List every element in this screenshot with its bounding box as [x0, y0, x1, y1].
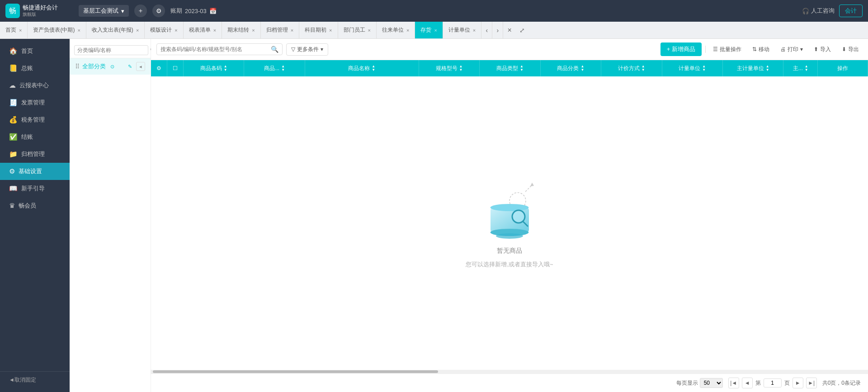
tab-tax-list[interactable]: 税表清单 ×	[184, 22, 222, 39]
sidebar-item-archive[interactable]: 📁 归档管理	[0, 146, 70, 163]
sidebar-item-home[interactable]: 🏠 首页	[0, 43, 70, 60]
pagination: |◄ ◄ 第 页 ► ►|	[728, 378, 817, 388]
product-search-input[interactable]	[160, 46, 269, 52]
tab-close-icon[interactable]: ×	[175, 28, 177, 33]
th-price-mode[interactable]: 计价方式 ▲▼	[601, 60, 662, 76]
sidebar-item-cloud-report[interactable]: ☁ 云报表中心	[0, 77, 70, 94]
tab-dept-staff[interactable]: 部门员工 ×	[338, 22, 377, 39]
tab-next-button[interactable]: ›	[492, 22, 503, 39]
tab-inventory[interactable]: 存货 ×	[415, 22, 443, 39]
search-icon[interactable]: 🔍	[271, 46, 278, 53]
sidebar-label: 基础设置	[19, 167, 42, 175]
sidebar-item-ledger[interactable]: 📒 总账	[0, 60, 70, 77]
move-button[interactable]: ⇅ 移动	[749, 44, 773, 55]
tab-subject-init[interactable]: 科目期初 ×	[299, 22, 338, 39]
tab-close-all-button[interactable]: ×	[503, 22, 516, 39]
service-button[interactable]: 🎧 人工咨询	[802, 7, 835, 15]
th-product-type[interactable]: 商品类型 ▲▼	[480, 60, 540, 76]
sidebar-item-guide[interactable]: 📖 新手引导	[0, 180, 70, 197]
category-edit-button[interactable]: ✎	[125, 62, 134, 71]
horizontal-scrollbar[interactable]	[151, 370, 868, 373]
tab-prev-button[interactable]: ‹	[481, 22, 492, 39]
tab-close-icon[interactable]: ×	[434, 28, 437, 33]
print-button[interactable]: 🖨 打印 ▾	[777, 44, 807, 55]
header-right: 🎧 人工咨询 会计	[802, 5, 863, 17]
tab-expand-button[interactable]: ⤢	[516, 22, 528, 39]
sidebar-item-basic-settings[interactable]: ⚙ 基础设置	[0, 163, 70, 180]
th-code[interactable]: 商品... ▲▼	[244, 60, 305, 76]
empty-title: 暂无商品	[497, 247, 522, 255]
sidebar-label: 税务管理	[21, 116, 45, 124]
th-operations: 操作	[818, 60, 868, 76]
ledger-icon: 📒	[9, 64, 18, 72]
sort-arrows-icon: ▲▼	[372, 65, 375, 72]
plus-icon[interactable]: ＋	[134, 5, 147, 17]
tab-template-design[interactable]: 模版设计 ×	[145, 22, 183, 39]
first-page-button[interactable]: |◄	[728, 378, 739, 388]
tab-close-icon[interactable]: ×	[136, 28, 139, 33]
category-search-input[interactable]	[74, 45, 148, 55]
th-main-unit[interactable]: 主计量单位 ▲▼	[723, 60, 783, 76]
tab-unit[interactable]: 计量单位 ×	[443, 22, 481, 39]
tab-close-icon[interactable]: ×	[19, 28, 22, 33]
calendar-icon[interactable]: 📅	[209, 8, 217, 14]
sort-arrows-icon: ▲▼	[642, 65, 645, 72]
batch-operation-button[interactable]: ☰ 批量操作	[709, 44, 745, 55]
category-label: 全部分类	[82, 62, 106, 71]
th-product-category[interactable]: 商品分类 ▲▼	[541, 60, 601, 76]
tab-archive[interactable]: 归档管理 ×	[261, 22, 299, 39]
page-label-suffix: 页	[784, 379, 790, 387]
tab-close-icon[interactable]: ×	[473, 28, 476, 33]
settings-icon[interactable]: ⚙	[152, 5, 165, 17]
sidebar-label: 归档管理	[21, 150, 45, 158]
table-area: ⚙ ☐ 商品条码 ▲▼ 商品... ▲▼ 商品名称 ▲▼	[151, 60, 868, 373]
chevron-down-icon: ▾	[321, 46, 323, 52]
th-unit[interactable]: 计量单位 ▲▼	[662, 60, 723, 76]
tab-close-icon[interactable]: ×	[406, 28, 409, 33]
th-gear[interactable]: ⚙	[151, 60, 167, 76]
invoice-icon: 🧾	[9, 99, 18, 107]
filter-button[interactable]: ▽ 更多条件 ▾	[286, 43, 328, 56]
th-name[interactable]: 商品名称 ▲▼	[305, 60, 419, 76]
per-page-select[interactable]: 20 50 100 200	[700, 378, 723, 388]
top-header: 畅 畅捷通好会计 旗舰版 基层工会测试 ▾ ＋ ⚙ 账期 2023-03 📅 🎧…	[0, 0, 868, 22]
tab-home[interactable]: 首页 ×	[0, 22, 28, 39]
tab-close-icon[interactable]: ×	[252, 28, 255, 33]
filter-label: 更多条件	[297, 46, 319, 53]
tab-period-carry[interactable]: 期末结转 ×	[222, 22, 260, 39]
export-button[interactable]: ⬇ 导出	[838, 44, 863, 55]
tab-close-icon[interactable]: ×	[368, 28, 371, 33]
th-barcode[interactable]: 商品条码 ▲▼	[184, 60, 244, 76]
page-size-selector: 每页显示 20 50 100 200	[676, 378, 723, 388]
table-section: 🔍 ▽ 更多条件 ▾ + 新增商品 ☰ 批量操作	[151, 39, 868, 392]
th-extra[interactable]: 主... ▲▼	[783, 60, 818, 76]
category-collapse-button[interactable]: ◂	[136, 62, 145, 71]
th-checkbox[interactable]: ☐	[167, 60, 184, 76]
filter-icon: ▽	[291, 46, 295, 52]
add-product-button[interactable]: + 新增商品	[660, 43, 702, 56]
tab-close-icon[interactable]: ×	[329, 28, 332, 33]
category-all[interactable]: ⠿ 全部分类 ⊙ ✎ ◂	[70, 58, 151, 75]
sidebar-item-settle[interactable]: ✅ 结账	[0, 128, 70, 146]
scrollbar-thumb[interactable]	[153, 370, 438, 373]
tab-income-statement[interactable]: 收入支出表(年报) ×	[86, 22, 145, 39]
sidebar-item-member[interactable]: ♛ 畅会员	[0, 197, 70, 214]
tab-close-icon[interactable]: ×	[77, 28, 80, 33]
tab-close-icon[interactable]: ×	[291, 28, 293, 33]
accounting-button[interactable]: 会计	[839, 5, 863, 17]
sidebar-pin-button[interactable]: ◄取消固定	[0, 371, 70, 388]
th-spec[interactable]: 规格型号 ▲▼	[419, 60, 480, 76]
export-icon: ⬇	[842, 46, 846, 52]
page-number-input[interactable]	[764, 378, 782, 387]
last-page-button[interactable]: ►|	[806, 378, 817, 388]
sidebar-item-tax[interactable]: 💰 税务管理	[0, 111, 70, 128]
company-selector[interactable]: 基层工会测试 ▾	[79, 5, 129, 17]
tab-balance-sheet[interactable]: 资产负债表(中期) ×	[28, 22, 86, 39]
tab-close-icon[interactable]: ×	[213, 28, 216, 33]
import-button[interactable]: ⬆ 导入	[810, 44, 835, 55]
empty-state: 暂无商品 您可以选择新增,或者直接导入哦~	[151, 76, 868, 370]
prev-page-button[interactable]: ◄	[742, 378, 753, 388]
sidebar-item-invoice[interactable]: 🧾 发票管理	[0, 94, 70, 111]
tab-partners[interactable]: 往来单位 ×	[377, 22, 415, 39]
next-page-button[interactable]: ►	[793, 378, 803, 388]
